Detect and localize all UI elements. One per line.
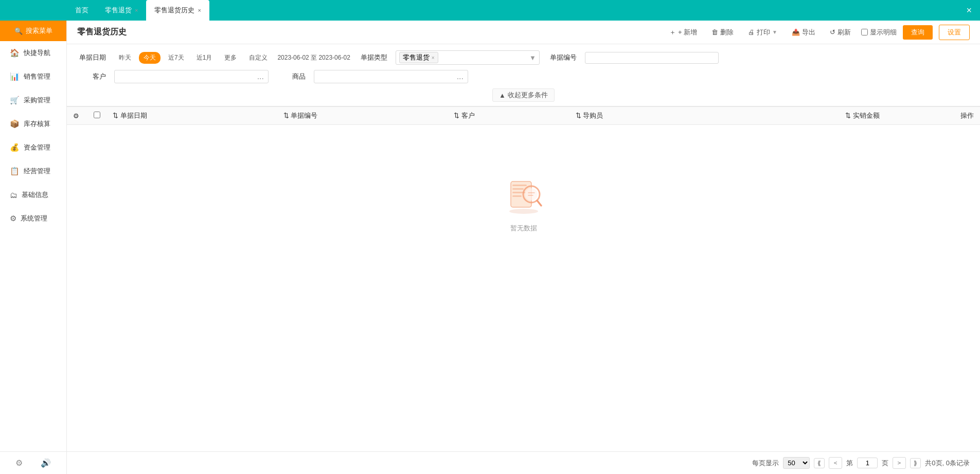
sidebar-item-inventory[interactable]: 📦 库存核算 xyxy=(0,112,66,136)
purchase-icon: 🛒 xyxy=(10,96,20,105)
tab-retail-return[interactable]: 零售退货 × xyxy=(97,0,146,21)
page-title: 零售退货历史 xyxy=(77,27,127,38)
tab-retail-return-history-close[interactable]: × xyxy=(198,7,201,13)
empty-state: 暂无数据 xyxy=(67,125,980,274)
sidebar-item-sales[interactable]: 📊 销售管理 xyxy=(0,65,66,88)
doc-no-input[interactable] xyxy=(585,52,719,64)
th-guide[interactable]: ⇅ 导购员 xyxy=(569,107,716,125)
window-close-button[interactable]: × xyxy=(958,0,980,21)
collapse-row: ▲ 收起更多条件 xyxy=(77,88,970,102)
sidebar-item-quick-nav[interactable]: 🏠 快捷导航 xyxy=(0,41,66,65)
total-info: 共0页, 0条记录 xyxy=(925,459,970,468)
first-page-button[interactable]: ⟪ xyxy=(814,458,825,468)
search-icon: 🔍 xyxy=(14,27,23,35)
goods-input[interactable]: ... xyxy=(314,70,468,83)
goods-label: 商品 xyxy=(277,72,306,81)
operation-icon: 📋 xyxy=(10,167,20,176)
date-range-display: 2023-06-02 至 2023-06-02 xyxy=(277,53,350,62)
customer-input[interactable]: ... xyxy=(114,70,269,83)
new-icon: ＋ xyxy=(669,28,676,37)
date-btn-7days[interactable]: 近7天 xyxy=(164,52,189,64)
tab-retail-return-close[interactable]: × xyxy=(135,7,138,13)
sidebar-item-operation[interactable]: 📋 经营管理 xyxy=(0,159,66,183)
new-button[interactable]: ＋ + 新增 xyxy=(665,26,701,39)
date-btn-yesterday[interactable]: 昨天 xyxy=(114,52,136,64)
delete-icon: 🗑 xyxy=(711,28,718,36)
page-prefix-label: 第 xyxy=(846,459,853,468)
svg-point-0 xyxy=(509,209,538,214)
sales-icon: 📊 xyxy=(10,72,20,81)
main-layout: 🔍 搜索菜单 🏠 快捷导航 📊 销售管理 🛒 采购管理 📦 库存核算 💰 资金管… xyxy=(0,21,980,474)
th-no[interactable]: ⇅ 单据编号 xyxy=(277,107,448,125)
doc-type-tag: 零售退货 × xyxy=(399,52,438,63)
svg-rect-2 xyxy=(512,185,527,186)
page-unit-label: 页 xyxy=(882,459,888,468)
date-btn-1month[interactable]: 近1月 xyxy=(192,52,217,64)
settings-bottom-icon[interactable]: ⚙ xyxy=(15,458,23,468)
date-btn-custom[interactable]: 自定义 xyxy=(244,52,272,64)
data-table: ⚙ ⇅ 单据日期 ⇅ 单据编号 ⇅ 客户 xyxy=(67,106,980,274)
page-number-input[interactable] xyxy=(857,458,878,468)
header-actions: ＋ + 新增 🗑 删除 🖨 打印 ▼ 📤 导出 ↺ xyxy=(665,25,970,40)
doc-type-label: 单据类型 xyxy=(359,53,387,62)
search-menu[interactable]: 🔍 搜索菜单 xyxy=(0,21,66,41)
empty-text: 暂无数据 xyxy=(510,224,537,233)
prev-page-button[interactable]: ＜ xyxy=(829,457,842,469)
customer-label: 客户 xyxy=(77,72,106,81)
export-button[interactable]: 📤 导出 xyxy=(788,26,819,39)
refresh-icon: ↺ xyxy=(830,28,835,36)
per-page-label: 每页显示 xyxy=(752,459,779,468)
inventory-icon: 📦 xyxy=(10,119,20,129)
svg-point-7 xyxy=(525,188,538,200)
svg-rect-3 xyxy=(512,188,524,190)
collapse-button[interactable]: ▲ 收起更多条件 xyxy=(492,88,555,102)
content-area: 零售退货历史 ＋ + 新增 🗑 删除 🖨 打印 ▼ 📤 导出 xyxy=(67,21,980,474)
per-page-select[interactable]: 50 20 100 xyxy=(783,457,810,469)
th-date[interactable]: ⇅ 单据日期 xyxy=(106,107,277,125)
system-icon: ⚙ xyxy=(10,214,16,223)
audio-icon[interactable]: 🔊 xyxy=(41,458,51,468)
finance-icon: 💰 xyxy=(10,143,20,152)
sidebar-item-finance[interactable]: 💰 资金管理 xyxy=(0,136,66,159)
svg-rect-5 xyxy=(512,195,522,197)
tab-retail-return-history[interactable]: 零售退货历史 × xyxy=(146,0,209,21)
filter-row-2: 客户 ... 商品 ... xyxy=(77,70,970,83)
filter-section: 单据日期 昨天 今天 近7天 近1月 更多 自定义 2023-06-02 至 2… xyxy=(67,44,980,106)
doc-type-select[interactable]: 零售退货 × ▼ xyxy=(396,50,540,65)
sidebar-item-purchase[interactable]: 🛒 采购管理 xyxy=(0,88,66,112)
th-checkbox[interactable] xyxy=(87,107,106,125)
date-filter-group: 昨天 今天 近7天 近1月 更多 自定义 2023-06-02 至 2023-0… xyxy=(114,52,350,64)
goods-dots-icon[interactable]: ... xyxy=(457,72,464,81)
date-btn-more[interactable]: 更多 xyxy=(220,52,241,64)
show-detail-checkbox[interactable]: 显示明细 xyxy=(861,28,897,37)
home-icon: 🏠 xyxy=(10,48,20,58)
customer-dots-icon[interactable]: ... xyxy=(257,72,264,81)
basic-info-icon: 🗂 xyxy=(10,191,17,199)
export-icon: 📤 xyxy=(792,28,800,36)
svg-line-8 xyxy=(537,200,541,206)
refresh-button[interactable]: ↺ 刷新 xyxy=(826,26,855,39)
pagination: 每页显示 50 20 100 ⟪ ＜ 第 页 ＞ ⟫ 共0页, 0条记录 xyxy=(67,451,980,474)
th-customer[interactable]: ⇅ 客户 xyxy=(448,107,569,125)
query-button[interactable]: 查询 xyxy=(903,25,933,40)
sidebar-item-system[interactable]: ⚙ 系统管理 xyxy=(0,207,66,230)
top-bar: 首页 零售退货 × 零售退货历史 × × xyxy=(0,0,980,21)
last-page-button[interactable]: ⟫ xyxy=(910,458,921,468)
date-btn-today[interactable]: 今天 xyxy=(139,52,161,64)
next-page-button[interactable]: ＞ xyxy=(893,457,906,469)
page-header: 零售退货历史 ＋ + 新增 🗑 删除 🖨 打印 ▼ 📤 导出 xyxy=(67,21,980,44)
print-icon: 🖨 xyxy=(748,28,755,36)
empty-illustration xyxy=(498,166,549,217)
delete-button[interactable]: 🗑 删除 xyxy=(707,26,738,39)
tab-home[interactable]: 首页 xyxy=(67,0,97,21)
th-ops: 操作 xyxy=(886,107,980,125)
doc-type-tag-remove[interactable]: × xyxy=(432,55,435,61)
date-filter-label: 单据日期 xyxy=(77,53,106,62)
filter-row-1: 单据日期 昨天 今天 近7天 近1月 更多 自定义 2023-06-02 至 2… xyxy=(77,50,970,65)
sidebar-item-basic-info[interactable]: 🗂 基础信息 xyxy=(0,183,66,207)
th-amount[interactable]: ⇅ 实销金额 xyxy=(716,107,886,125)
print-chevron-icon: ▼ xyxy=(772,29,777,35)
print-button[interactable]: 🖨 打印 ▼ xyxy=(744,26,781,39)
th-settings[interactable]: ⚙ xyxy=(67,107,87,125)
settings-button[interactable]: 设置 xyxy=(939,25,970,40)
